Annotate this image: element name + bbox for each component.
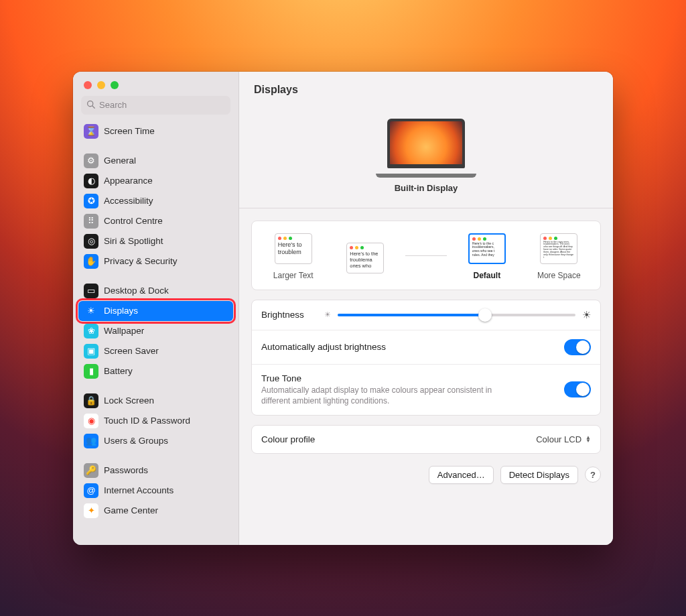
sidebar-item-label: Control Centre [104,216,163,226]
close-window-button[interactable] [84,81,92,89]
colour-profile-panel: Colour profile Colour LCD ▲▼ [251,425,601,454]
sidebar-item-label: Appearance [104,176,153,186]
sidebar-item-desktop-dock[interactable]: ▭Desktop & Dock [78,281,233,301]
sidebar-item-internet-accounts[interactable]: @Internet Accounts [78,481,233,501]
sidebar-item-label: Users & Groups [104,436,168,446]
sidebar-item-wallpaper[interactable]: ❀Wallpaper [78,321,233,341]
sidebar-item-accessibility[interactable]: ✪Accessibility [78,191,233,211]
control-centre-icon: ⠿ [84,214,98,229]
lock-screen-icon: 🔒 [84,393,98,408]
sidebar-item-displays[interactable]: ☀Displays [78,301,233,321]
sidebar-item-label: Passwords [104,465,148,475]
display-preview: Built-in Display [239,105,613,205]
resolution-label: Larger Text [273,271,314,280]
svg-line-1 [92,105,94,107]
resolution-option-more-space[interactable]: Here's to the crazy ones, troublemakers.… [525,233,594,280]
sidebar-item-label: Desktop & Dock [104,286,169,296]
sidebar-item-label: Siri & Spotlight [104,236,163,246]
screen-saver-icon: ▣ [84,344,98,359]
auto-brightness-row: Automatically adjust brightness [252,330,600,365]
sidebar-item-lock-screen[interactable]: 🔒Lock Screen [78,391,233,411]
resolution-option-step-1[interactable]: Here's to the troublema ones who [330,243,399,280]
resolution-picker: Here's to troublemLarger TextHere's to t… [251,221,601,290]
sidebar-nav: ⌛Screen Time⚙General◐Appearance✪Accessib… [73,120,238,545]
touch-id-password-icon: ◉ [84,414,98,428]
window-controls [73,72,238,96]
passwords-icon: 🔑 [84,463,98,478]
battery-icon: ▮ [84,364,98,379]
colour-profile-value: Colour LCD [536,434,581,444]
sidebar-item-label: Game Center [104,505,158,515]
appearance-icon: ◐ [84,174,98,188]
sidebar-item-label: Internet Accounts [104,485,174,495]
sidebar-item-appearance[interactable]: ◐Appearance [78,171,233,191]
brightness-slider[interactable] [338,314,575,316]
sidebar-item-label: Privacy & Security [104,256,178,266]
desktop-dock-icon: ▭ [84,284,98,298]
true-tone-label: True Tone [261,373,502,383]
brightness-low-icon: ☀ [324,310,331,319]
sidebar-item-label: General [104,156,136,166]
search-icon [86,99,95,111]
resolution-option-larger-text[interactable]: Here's to troublemLarger Text [259,233,328,280]
sidebar-item-touch-id-password[interactable]: ◉Touch ID & Password [78,411,233,431]
brightness-label: Brightness [261,310,304,320]
resolution-label: More Space [537,271,581,280]
zoom-window-button[interactable] [111,81,119,89]
brightness-row: Brightness ☀ ☀ [252,300,600,330]
accessibility-icon: ✪ [84,194,98,208]
main-content: Displays Built-in Display Here's to trou… [239,72,613,545]
true-tone-description: Automatically adapt display to make colo… [261,385,502,406]
search-field[interactable] [81,96,230,115]
sidebar-item-users-groups[interactable]: 👥Users & Groups [78,431,233,451]
display-settings-panel: Brightness ☀ ☀ Automatically adjust brig… [251,300,601,416]
general-icon: ⚙ [84,153,98,168]
displays-icon: ☀ [84,304,98,318]
help-button[interactable]: ? [585,467,601,483]
search-input[interactable] [99,100,225,110]
true-tone-row: True Tone Automatically adapt display to… [252,365,600,415]
display-name: Built-in Display [395,183,458,193]
sidebar-item-label: Battery [104,366,133,376]
siri-spotlight-icon: ◎ [84,234,98,249]
brightness-high-icon: ☀ [582,309,591,321]
system-settings-window: ⌛Screen Time⚙General◐Appearance✪Accessib… [73,72,613,545]
sidebar-item-control-centre[interactable]: ⠿Control Centre [78,211,233,231]
macbook-icon [383,119,470,175]
page-title: Displays [254,84,598,96]
privacy-security-icon: ✋ [84,254,98,269]
resolution-thumb: Here's to troublem [275,233,312,264]
resolution-thumb: Here's to the c troublemakers, ones who … [468,233,506,264]
sidebar-item-screen-time[interactable]: ⌛Screen Time [78,121,233,141]
resolution-option-default[interactable]: Here's to the c troublemakers, ones who … [452,233,521,280]
true-tone-toggle[interactable] [564,381,591,397]
sidebar-item-privacy-security[interactable]: ✋Privacy & Security [78,251,233,271]
sidebar-item-screen-saver[interactable]: ▣Screen Saver [78,341,233,361]
select-chevron-icon: ▲▼ [586,436,591,442]
sidebar-item-label: Accessibility [104,196,153,206]
auto-brightness-toggle[interactable] [564,339,591,355]
colour-profile-row: Colour profile Colour LCD ▲▼ [252,426,600,453]
sidebar-item-label: Displays [104,306,138,316]
resolution-spacer [405,241,447,256]
sidebar-item-label: Wallpaper [104,326,144,336]
advanced-button[interactable]: Advanced… [429,466,494,484]
sidebar-item-passwords[interactable]: 🔑Passwords [78,460,233,481]
sidebar-item-siri-spotlight[interactable]: ◎Siri & Spotlight [78,231,233,251]
resolution-thumb: Here's to the crazy ones, troublemakers.… [540,233,577,264]
colour-profile-select[interactable]: Colour LCD ▲▼ [536,434,591,444]
internet-accounts-icon: @ [84,483,98,498]
screen-time-icon: ⌛ [84,124,98,139]
sidebar-item-label: Screen Saver [104,346,159,356]
footer: Advanced… Detect Displays ? [239,454,613,495]
resolution-label: Default [473,271,500,280]
users-groups-icon: 👥 [84,434,98,448]
sidebar-item-battery[interactable]: ▮Battery [78,361,233,381]
sidebar-item-label: Lock Screen [104,395,154,406]
detect-displays-button[interactable]: Detect Displays [500,466,578,484]
sidebar-item-game-center[interactable]: ✦Game Center [78,501,233,521]
sidebar-item-general[interactable]: ⚙General [78,151,233,171]
minimize-window-button[interactable] [97,81,105,89]
auto-brightness-label: Automatically adjust brightness [261,342,386,352]
sidebar-item-label: Touch ID & Password [104,416,190,426]
